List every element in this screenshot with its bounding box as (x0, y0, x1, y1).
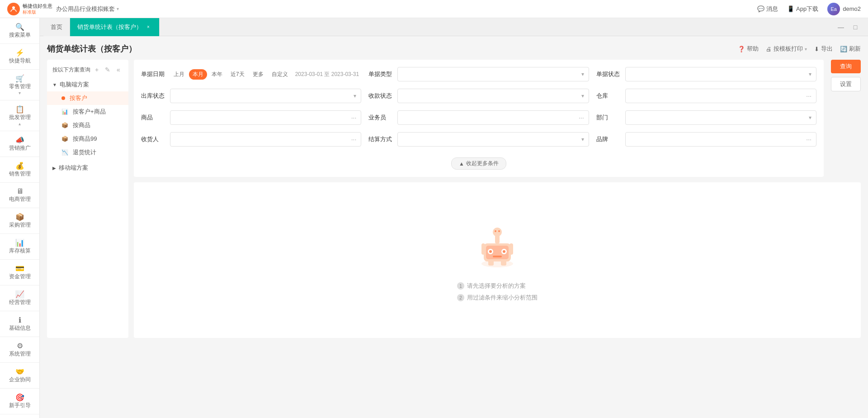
filter-out-status: 出库状态 ▾ (141, 89, 361, 103)
print-btn[interactable]: 🖨 按模板打印 ▾ (766, 45, 807, 53)
warehouse-dots: ··· (806, 92, 811, 100)
brand-select[interactable]: ··· (625, 132, 816, 147)
scheme-edit-btn[interactable]: ✎ (103, 65, 112, 74)
bill-type-chevron: ▾ (581, 71, 584, 77)
query-btn[interactable]: 查询 (831, 60, 861, 73)
page-actions: ❓ 帮助 🖨 按模板打印 ▾ ⬇ 导出 🔄 刷新 (738, 45, 861, 53)
app-selector[interactable]: 办公用品行业模拟账套 ▾ (56, 5, 119, 13)
bill-type-select[interactable]: ▾ (397, 67, 589, 81)
tab-sales-stats[interactable]: 销货单统计表（按客户） × (70, 18, 160, 36)
date-filter: 上月 本月 本年 近7天 更多 自定义 2023-03-01 至 2023-03… (170, 69, 361, 80)
message-icon: 💬 (757, 5, 764, 12)
scheme-header: 按以下方案查询 + ✎ « (47, 65, 128, 78)
tab-home[interactable]: 首页 (43, 18, 70, 36)
warehouse-select[interactable]: ··· (625, 89, 816, 103)
export-btn[interactable]: ⬇ 导出 (814, 45, 833, 53)
sidebar-item-sales[interactable]: 💰 销售管理 (0, 157, 39, 183)
department-chevron: ▾ (809, 114, 811, 121)
user-menu[interactable]: Ea demo2 (827, 3, 861, 15)
scheme-item-customer-goods[interactable]: 📊 按客户+商品 (47, 105, 128, 119)
scheme-item-customer[interactable]: 按客户 (47, 91, 128, 105)
svg-rect-11 (509, 243, 513, 255)
app-download-btn[interactable]: 📱 App下载 (787, 5, 818, 13)
date-tab-thisyear[interactable]: 本年 (208, 69, 226, 80)
scheme-active-indicator (61, 96, 65, 100)
top-header: 畅捷信好生意 标准版 办公用品行业模拟账套 ▾ 💬 消息 📱 App下载 Ea … (0, 0, 868, 18)
svg-point-14 (493, 228, 502, 237)
filter-warehouse: 仓库 ··· (596, 89, 816, 103)
svg-rect-12 (488, 260, 494, 266)
scheme-item-icon-4: 📉 (61, 149, 68, 156)
logo-text: 畅捷信好生意 标准版 (23, 3, 52, 15)
receiver-dots: ··· (351, 136, 357, 143)
out-status-chevron: ▾ (354, 93, 356, 99)
department-select[interactable]: ▾ (625, 110, 816, 125)
main-layout: 🔍 搜索菜单 ⚡ 快捷导航 🛒 零售管理 ▾ 📋 批发管理 ▴ 📣 营销推广 💰… (0, 18, 868, 418)
help-icon: ❓ (738, 46, 745, 52)
filter-brand: 品牌 ··· (596, 132, 816, 147)
collapse-btn[interactable]: ▲ 收起更多条件 (451, 157, 506, 170)
scheme-collapse-btn[interactable]: « (114, 65, 123, 74)
date-tab-thismonth[interactable]: 本月 (189, 69, 207, 80)
page-content: 销货单统计表（按客户） ❓ 帮助 🖨 按模板打印 ▾ ⬇ 导出 (40, 36, 868, 418)
export-icon: ⬇ (814, 46, 819, 52)
filter-department: 部门 ▾ (596, 110, 816, 125)
sidebar-item-ecommerce[interactable]: 🖥 电商管理 (0, 183, 39, 208)
tab-maximize-btn[interactable]: □ (850, 22, 861, 33)
sidebar-item-wholesale[interactable]: 📋 批发管理 ▴ (0, 100, 39, 131)
sidebar-item-operation[interactable]: 📈 经营管理 (0, 285, 39, 311)
sidebar-item-basicinfo[interactable]: ℹ 基础信息 (0, 311, 39, 337)
svg-rect-8 (493, 256, 502, 257)
sidebar-item-appcenter[interactable]: 📱 应用中心 (0, 414, 39, 418)
date-tab-custom[interactable]: 自定义 (268, 69, 292, 80)
sidebar-item-finance[interactable]: 💳 资金管理 (0, 260, 39, 285)
scheme-item-goods[interactable]: 📦 按商品 (47, 119, 128, 132)
bill-status-chevron: ▾ (809, 71, 811, 77)
page-header: 销货单统计表（按客户） ❓ 帮助 🖨 按模板打印 ▾ ⬇ 导出 (47, 43, 861, 54)
bill-status-select[interactable]: ▾ (625, 67, 816, 81)
sidebar-item-collab[interactable]: 🤝 企业协同 (0, 363, 39, 389)
settings-btn[interactable]: 设置 (831, 77, 861, 91)
sidebar-item-quicknav[interactable]: ⚡ 快捷导航 (0, 44, 39, 70)
download-icon: 📱 (787, 5, 794, 12)
scheme-add-btn[interactable]: + (92, 65, 101, 74)
sidebar-item-newbie[interactable]: 🎯 新手引导 (0, 389, 39, 414)
filter-bill-type: 单据类型 ▾ (368, 67, 589, 81)
sidebar-item-retail[interactable]: 🛒 零售管理 ▾ (0, 70, 39, 100)
salesperson-dots: ··· (579, 114, 584, 121)
print-icon: 🖨 (766, 46, 772, 52)
date-tab-more[interactable]: 更多 (249, 69, 267, 80)
refresh-btn[interactable]: 🔄 刷新 (840, 45, 861, 53)
svg-rect-13 (501, 260, 506, 266)
settle-method-select[interactable]: ▾ (397, 132, 589, 147)
svg-rect-10 (481, 243, 485, 255)
filter-row-2: 出库状态 ▾ 收款状态 (141, 89, 816, 103)
filter-bill-status: 单据状态 ▾ (596, 67, 816, 81)
scheme-category-desktop[interactable]: ▼ 电脑端方案 (47, 78, 128, 91)
scheme-item-returns[interactable]: 📉 退货统计 (47, 146, 128, 159)
sidebar-item-marketing[interactable]: 📣 营销推广 (0, 131, 39, 157)
date-tab-7days[interactable]: 近7天 (227, 69, 248, 80)
sidebar-item-system[interactable]: ⚙ 系统管理 (0, 337, 39, 363)
receipt-status-select[interactable]: ▾ (397, 89, 589, 103)
scheme-category-mobile[interactable]: ▶ 移动端方案 (47, 161, 128, 175)
date-tab-lastmonth[interactable]: 上月 (170, 69, 188, 80)
salesperson-select[interactable]: ··· (397, 110, 589, 125)
sidebar-item-purchase[interactable]: 📦 采购管理 (0, 208, 39, 234)
tab-close-btn[interactable]: × (145, 24, 152, 31)
svg-point-0 (12, 6, 15, 9)
tab-minimize-btn[interactable]: — (835, 22, 846, 33)
help-btn[interactable]: ❓ 帮助 (738, 45, 759, 53)
sidebar-item-inventory[interactable]: 📊 库存核算 (0, 234, 39, 260)
query-buttons: 查询 设置 (831, 60, 861, 177)
filter-panel: 单据日期 上月 本月 本年 近7天 更多 自定义 (134, 60, 824, 177)
receiver-select[interactable]: ··· (170, 132, 361, 147)
sidebar-item-search[interactable]: 🔍 搜索菜单 (0, 18, 39, 44)
scheme-item-icon-3: 📦 (61, 136, 68, 142)
empty-tip-2: 2 用过滤条件来缩小分析范围 (457, 294, 538, 302)
goods-select[interactable]: ··· (170, 110, 361, 125)
app-selector-arrow: ▾ (117, 6, 119, 11)
message-btn[interactable]: 💬 消息 (757, 5, 778, 13)
out-status-select[interactable]: ▾ (170, 89, 361, 103)
scheme-item-goods99[interactable]: 📦 按商品99 (47, 132, 128, 146)
